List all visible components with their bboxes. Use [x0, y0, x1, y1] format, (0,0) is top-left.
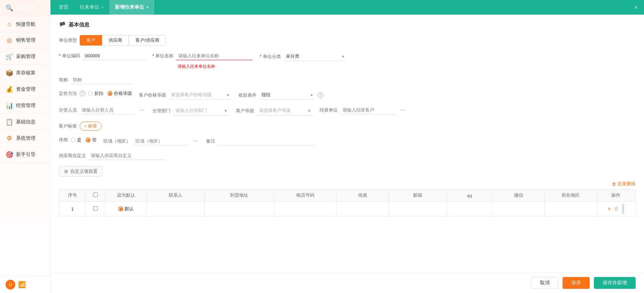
unit-code-input[interactable]: [83, 52, 146, 60]
email-input[interactable]: [404, 207, 432, 212]
tab-partners[interactable]: 往来单位 ×: [74, 0, 109, 15]
sidebar-item-operations[interactable]: 📊 经营管理: [0, 98, 50, 114]
tab-home[interactable]: 首页: [53, 0, 74, 15]
batch-delete-button[interactable]: 🗑 批量删除: [612, 181, 636, 187]
sidebar-item-guide[interactable]: 🎯 新手引导: [0, 147, 50, 163]
inventory-icon: 📦: [6, 69, 13, 77]
search-icon: 🔍: [6, 4, 13, 12]
manager-label: 分管人员: [59, 107, 77, 113]
cell-contact[interactable]: [147, 202, 205, 217]
region-row-input[interactable]: [558, 207, 583, 212]
sidebar-item-label: 新手引导: [16, 152, 36, 158]
row-checkbox[interactable]: [93, 206, 98, 211]
custom-settings-button[interactable]: ⚙ 自定义项设置: [59, 166, 103, 177]
sidebar-item-system[interactable]: ⚙ 系统管理: [0, 130, 50, 147]
col-region: 所在地区: [544, 189, 596, 202]
sidebar-item-label: 搜索菜单: [16, 5, 36, 11]
remark-group: 备注: [206, 137, 315, 145]
radio-discount[interactable]: 折扣: [88, 90, 103, 97]
add-tag-button[interactable]: + 标签: [80, 122, 102, 131]
tab-close-all-button[interactable]: ×: [630, 4, 641, 11]
code-name-category-row: 单位编码 单位名称 请输入往来单位名称 单位分类 未分类 ▾: [59, 52, 636, 70]
save-and-new-button[interactable]: 保存并新增: [594, 277, 636, 289]
sidebar-item-label: 销售管理: [16, 37, 36, 43]
remark-input[interactable]: [218, 137, 315, 145]
tab-new-partner[interactable]: 新增往来单位 ×: [109, 0, 154, 15]
abbr-input[interactable]: [71, 76, 133, 84]
department-group: 分管部门 请输入分管部门 ▾: [152, 106, 229, 115]
cancel-button[interactable]: 取消: [531, 277, 558, 289]
radio-no[interactable]: 否: [86, 137, 96, 143]
supplier-custom-group: 供应商自定义: [59, 152, 165, 160]
radio-price-level[interactable]: 价格等级: [108, 90, 132, 97]
cell-phone[interactable]: [274, 202, 337, 217]
region-input[interactable]: [133, 137, 189, 145]
tab-new-partner-close[interactable]: ×: [146, 5, 149, 10]
tab-bar: 首页 往来单位 × 新增往来单位 × ×: [50, 0, 644, 15]
customer-level-group: 客户等级 请选择客户等级 ▾: [236, 106, 313, 115]
unit-name-input[interactable]: [176, 52, 253, 60]
home-icon: ⌂: [6, 21, 13, 28]
sidebar-item-label: 资金管理: [16, 86, 36, 92]
phone-input[interactable]: [290, 207, 321, 212]
col-contact: 联系人: [147, 189, 205, 202]
default-radio[interactable]: [118, 206, 123, 211]
radio-price-level-label: 价格等级: [114, 90, 132, 97]
sidebar-item-sales[interactable]: ◎ 销售管理: [0, 32, 50, 49]
sidebar-item-search[interactable]: 🔍 搜索菜单: [0, 0, 50, 16]
cell-qq[interactable]: [446, 202, 493, 217]
sidebar-item-basic[interactable]: 📋 基础信息: [0, 114, 50, 130]
unit-code-label: 单位编码: [59, 53, 80, 59]
customer-level-select[interactable]: 请选择客户等级 ▾: [257, 106, 313, 115]
cell-fax[interactable]: [337, 202, 389, 217]
address-input[interactable]: [222, 207, 257, 212]
manager-input[interactable]: [80, 106, 135, 114]
sidebar: 🔍 搜索菜单 ⌂ 快捷导航 ◎ 销售管理 🛒 采购管理 📦 库存核算 💰 资金管…: [0, 0, 50, 293]
pricing-help-icon[interactable]: ?: [80, 91, 85, 96]
sidebar-item-quicknav[interactable]: ⌂ 快捷导航: [0, 16, 50, 32]
settlement-input[interactable]: [340, 106, 396, 114]
table-header-row: 序号 设为默认 联系人 到货地址 电话号码 传真 邮箱 qq 微信 所在地区 操…: [59, 189, 636, 202]
manager-more-button[interactable]: ···: [138, 107, 146, 113]
cell-email[interactable]: [389, 202, 447, 217]
table-row: 1 默认: [59, 202, 636, 217]
customer-price-level-select[interactable]: 请选择客户价格等级 ▾: [169, 90, 231, 100]
select-all-checkbox[interactable]: [93, 193, 98, 197]
sidebar-item-finance[interactable]: 💰 资金管理: [0, 81, 50, 98]
customer-level-placeholder: 请选择客户等级: [259, 107, 291, 114]
qq-input[interactable]: [459, 207, 480, 212]
drag-handle[interactable]: [622, 204, 624, 214]
custom-settings-label: 自定义项设置: [70, 168, 97, 174]
type-btn-supplier[interactable]: 供应商: [102, 35, 129, 46]
payment-terms-select[interactable]: 现结 ▾: [259, 90, 315, 100]
wechat-input[interactable]: [506, 207, 531, 212]
supplier-custom-input[interactable]: [89, 152, 165, 160]
add-row-button[interactable]: +: [608, 206, 611, 212]
unit-category-select[interactable]: 未分类 ▾: [284, 52, 346, 61]
user-progress-icon: 📶: [18, 281, 26, 288]
chevron-down-icon2: ▾: [227, 92, 229, 98]
cell-wechat[interactable]: [493, 202, 544, 217]
delete-icon: 🗑: [612, 181, 616, 187]
fax-input[interactable]: [351, 207, 375, 212]
unit-name-group: 单位名称 请输入往来单位名称: [152, 52, 253, 70]
type-btn-customer[interactable]: 客户: [80, 35, 102, 46]
contact-input[interactable]: [162, 207, 190, 212]
region-more-button[interactable]: ···: [192, 138, 199, 144]
sidebar-item-inventory[interactable]: 📦 库存核算: [0, 65, 50, 81]
delete-row-button[interactable]: 🗑: [614, 206, 619, 212]
cell-region[interactable]: [544, 202, 596, 217]
radio-circle-yes: [71, 138, 76, 143]
tab-partners-close[interactable]: ×: [101, 5, 104, 10]
section-title-text: 基本信息: [69, 22, 89, 28]
department-select[interactable]: 请输入分管部门 ▾: [173, 106, 229, 115]
customer-price-level-label: 客户价格等级: [139, 92, 166, 98]
type-btn-both[interactable]: 客户/供应商: [129, 35, 166, 46]
settlement-more-button[interactable]: ···: [399, 107, 406, 113]
payment-help-icon[interactable]: ?: [318, 92, 323, 98]
save-button[interactable]: 保存: [563, 277, 590, 289]
sidebar-item-purchase[interactable]: 🛒 采购管理: [0, 49, 50, 65]
cell-no: 1: [59, 202, 86, 217]
radio-yes[interactable]: 是: [71, 137, 81, 143]
cell-address[interactable]: [204, 202, 273, 217]
